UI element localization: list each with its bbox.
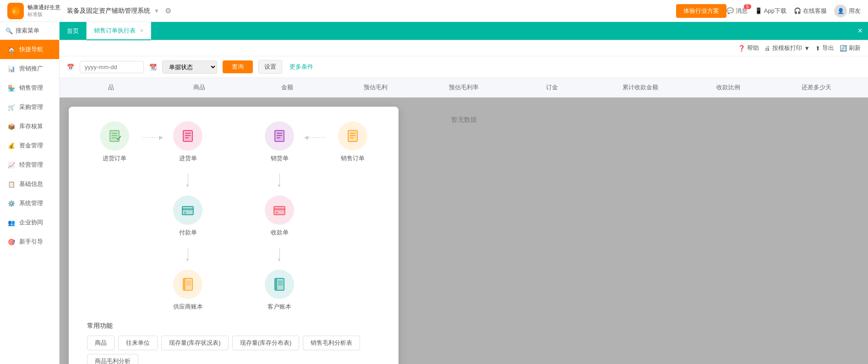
chart-icon: 📊: [7, 65, 16, 73]
func-btn-4[interactable]: 销售毛利分析表: [303, 336, 360, 350]
flow-node-customer-ledger[interactable]: 客户账本: [252, 270, 307, 311]
tab-sales-order-exec[interactable]: 销售订单执行表 ×: [87, 22, 151, 40]
flow-node-supplier-ledger[interactable]: 供应商账本: [160, 270, 215, 311]
receipt-circle: ¥: [265, 196, 294, 225]
svg-rect-6: [183, 130, 192, 141]
query-button[interactable]: 查询: [223, 60, 253, 73]
cart-icon: 🛒: [7, 103, 16, 111]
settings-icon[interactable]: ⚙: [165, 6, 171, 15]
sidebar-item-quick-nav[interactable]: 🏠 快捷导航: [0, 40, 59, 59]
app-container: 6 畅康通好生意 标准版 装备及固定资产辅助管理系统 ▼ ⚙ 体验行业方案 💬 …: [0, 0, 868, 364]
col-amount: 金额: [243, 81, 332, 93]
tab-close-icon[interactable]: ×: [140, 27, 143, 34]
app-download-item[interactable]: 📱 App下载: [755, 7, 786, 15]
svg-rect-22: [274, 208, 285, 210]
logo-line1: 畅康通好生意: [27, 4, 60, 11]
guide-icon: 🎯: [7, 238, 16, 246]
help-btn[interactable]: ❓ 帮助: [738, 44, 759, 52]
func-btn-1[interactable]: 往来单位: [118, 336, 158, 350]
sidebar-item-purchase[interactable]: 🛒 采购管理: [0, 98, 59, 117]
sidebar-item-system[interactable]: ⚙️ 系统管理: [0, 194, 59, 213]
arrow-1: ▶: [142, 137, 160, 138]
purchase-bill-label: 进货单: [179, 154, 197, 163]
conn-spacer3: [307, 174, 325, 185]
sidebar-item-marketing[interactable]: 📊 营销推广: [0, 59, 59, 78]
conn2-s1: [142, 248, 160, 259]
func-btn-0[interactable]: 商品: [87, 336, 115, 350]
sidebar-item-finance[interactable]: 💰 资金管理: [0, 136, 59, 155]
sidebar-label-sales: 销售管理: [19, 84, 43, 92]
modal-overlay[interactable]: 进货订单 ▶: [60, 98, 868, 364]
sidebar-item-inventory[interactable]: 📦 库存核算: [0, 117, 59, 136]
trial-button[interactable]: 体验行业方案: [676, 4, 726, 18]
conn-left-spacer: [87, 174, 142, 185]
conn2-l: [87, 248, 142, 259]
conn-receipt: [252, 174, 307, 185]
func-buttons-container: 商品往来单位现存量(库存状况表)现存量(库存分布表)销售毛利分析表商品毛利分析销…: [87, 336, 380, 364]
tab-bar: 首页 销售订单执行表 × ×: [60, 22, 868, 40]
refresh-btn[interactable]: 🔄 刷新: [840, 44, 861, 52]
logo-text: 畅康通好生意 标准版: [27, 4, 60, 18]
svg-text:6: 6: [13, 9, 16, 13]
tab-home[interactable]: 首页: [60, 22, 87, 40]
online-service-item[interactable]: 🎧 在线客服: [794, 7, 827, 15]
shop-icon: 🏪: [7, 84, 16, 92]
func-btn-3[interactable]: 现存量(库存分布表): [232, 336, 300, 350]
date-input[interactable]: [80, 61, 144, 73]
user-name: 用友: [849, 7, 861, 15]
avatar: 👤: [834, 5, 847, 17]
v-arrow-payment2: [188, 248, 188, 259]
svg-rect-19: [182, 208, 193, 210]
sidebar-label-operation: 经营管理: [19, 161, 43, 169]
system-title: 装备及固定资产辅助管理系统 ▼ ⚙: [67, 6, 676, 15]
flow-node-purchase-order[interactable]: 进货订单: [87, 121, 142, 163]
conn-spacer1: [142, 174, 160, 185]
status-select[interactable]: 单据状态: [162, 60, 217, 74]
flow-node-payment[interactable]: ¥ 付款单: [160, 196, 215, 237]
sidebar-item-operation[interactable]: 📈 经营管理: [0, 155, 59, 174]
func-btn-5[interactable]: 商品毛利分析: [87, 354, 138, 364]
help-icon: ❓: [738, 45, 745, 52]
sidebar-item-newbie[interactable]: 🎯 新手引导: [0, 232, 59, 251]
svg-text:¥: ¥: [184, 211, 186, 215]
common-funcs: 常用功能 商品往来单位现存量(库存状况表)现存量(库存分布表)销售毛利分析表商品…: [87, 322, 380, 364]
export-label: 导出: [822, 44, 834, 52]
setting-button[interactable]: 设置: [258, 60, 282, 74]
svg-rect-25: [183, 278, 186, 290]
col-days-remaining: 还差多少天: [773, 81, 861, 93]
search-icon: 🔍: [5, 27, 13, 34]
sales-order-circle: [338, 121, 367, 151]
content-area: 首页 销售订单执行表 × × ❓ 帮助 🖨 按模板打印: [60, 22, 868, 364]
flow-node-sales-order[interactable]: 销售订单: [325, 121, 380, 163]
col-est-profit: 预估毛利: [332, 81, 420, 93]
sidebar-item-enterprise[interactable]: 👥 企业协同: [0, 213, 59, 232]
more-conditions-link[interactable]: 更多条件: [289, 63, 313, 71]
sidebar-item-basic[interactable]: 📋 基础信息: [0, 174, 59, 194]
conn-spacer2: [215, 174, 252, 185]
template-print-btn[interactable]: 🖨 按模板打印 ▼: [764, 44, 810, 52]
flow-row-2: ¥ 付款单: [87, 196, 380, 237]
sidebar-item-sales[interactable]: 🏪 销售管理: [0, 78, 59, 98]
system-dropdown-arrow[interactable]: ▼: [154, 8, 159, 14]
export-btn[interactable]: ⬆ 导出: [815, 44, 834, 52]
conn2-payment: [160, 248, 215, 259]
supplier-ledger-label: 供应商账本: [173, 303, 203, 311]
svg-point-0: [11, 6, 20, 15]
common-funcs-title: 常用功能: [87, 322, 380, 330]
func-btn-2[interactable]: 现存量(库存状况表): [161, 336, 229, 350]
conn-payment: [160, 174, 215, 185]
flow-node-receipt[interactable]: ¥ 收款单: [252, 196, 307, 237]
people-icon: 👥: [7, 218, 16, 227]
user-item[interactable]: 👤 用友: [834, 5, 861, 17]
flow-node-sales-bill[interactable]: 销货单: [252, 121, 307, 163]
sidebar: 🔍 搜索菜单 🏠 快捷导航 📊 营销推广 🏪 销售管理 🛒 采购管理 📦: [0, 22, 60, 364]
col-est-profit-rate: 预估毛利率: [420, 81, 508, 93]
customer-ledger-label: 客户账本: [267, 303, 291, 311]
message-icon: 💬: [726, 7, 734, 14]
flow-node-purchase-bill[interactable]: 进货单: [160, 121, 215, 163]
message-item[interactable]: 💬 消息 5: [726, 7, 748, 15]
search-menu[interactable]: 🔍 搜索菜单: [0, 22, 59, 40]
close-all-tabs-btn[interactable]: ×: [852, 26, 868, 36]
message-badge: 5: [744, 4, 751, 9]
calendar-picker-icon[interactable]: 📆: [149, 64, 157, 71]
